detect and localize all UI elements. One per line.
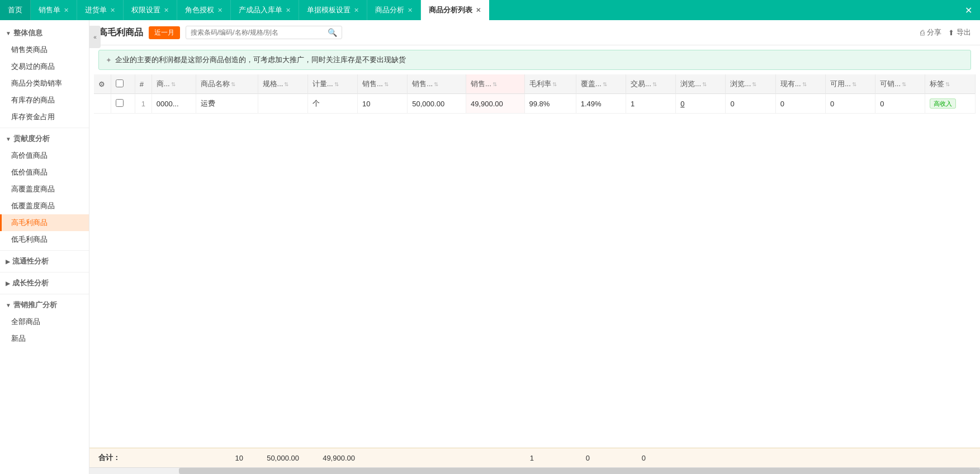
sidebar-group-overall[interactable]: ▼ 整体信息 [0, 25, 89, 41]
sort-icon: ⇅ [334, 81, 339, 87]
sidebar-group-circulation[interactable]: ▶ 流通性分析 [0, 253, 89, 270]
close-icon[interactable]: ✕ [354, 7, 359, 14]
sidebar-item-high-value[interactable]: 高价值商品 [0, 147, 89, 164]
hint-bar: ✦ 企业的主要的利润都是这部分商品创造的，可考虑加大推广，同时关注库存是不要出现… [98, 50, 971, 70]
col-name[interactable]: 商品名称⇅ [196, 74, 258, 94]
sidebar-item-traded-goods[interactable]: 交易过的商品 [0, 58, 89, 75]
sort-icon: ⇅ [552, 81, 557, 87]
row-coverage: 1.49% [576, 94, 626, 114]
col-code[interactable]: 商...⇅ [152, 74, 196, 94]
sort-icon: ⇅ [802, 81, 807, 87]
sidebar-item-stocked-goods[interactable]: 有库存的商品 [0, 92, 89, 109]
col-num: # [135, 74, 152, 94]
sort-icon: ⇅ [434, 81, 438, 87]
page-title: 高毛利商品 [98, 27, 143, 39]
footer-available: 0 [601, 454, 646, 462]
header-actions: ⎙ 分享 ⬆ 导出 [920, 27, 971, 37]
col-available[interactable]: 可用...⇅ [825, 74, 875, 94]
col-transaction[interactable]: 交易...⇅ [626, 74, 676, 94]
sidebar-toggle-button[interactable]: « [89, 26, 101, 48]
tab-role[interactable]: 角色授权 ✕ [177, 0, 231, 20]
sort-icon: ⇅ [945, 81, 950, 87]
col-gear[interactable]: ⚙ [94, 74, 111, 94]
col-gross-margin[interactable]: 毛利率⇅ [524, 74, 576, 94]
close-icon[interactable]: ✕ [286, 7, 291, 14]
share-button[interactable]: ⎙ 分享 [920, 27, 941, 37]
search-icon[interactable]: 🔍 [328, 28, 337, 37]
sort-icon: ⇅ [171, 81, 176, 87]
row-check[interactable] [111, 94, 135, 114]
close-icon[interactable]: ✕ [164, 7, 169, 14]
sidebar-item-high-margin[interactable]: 高毛利商品 [0, 214, 89, 231]
sidebar-item-low-value[interactable]: 低价值商品 [0, 164, 89, 181]
col-saleable[interactable]: 可销...⇅ [875, 74, 925, 94]
col-spec[interactable]: 规格...⇅ [258, 74, 307, 94]
export-button[interactable]: ⬆ 导出 [948, 27, 971, 37]
chevron-right-icon: ▶ [6, 280, 10, 287]
row-spec [258, 94, 307, 114]
col-browse2[interactable]: 浏览...⇅ [726, 74, 775, 94]
sidebar: ▼ 整体信息 销售类商品 交易过的商品 商品分类助销率 有库存的商品 库存资金占… [0, 20, 89, 474]
col-current-stock[interactable]: 现有...⇅ [775, 74, 825, 94]
row-num: 1 [135, 94, 152, 114]
row-tag: 高收入 [925, 94, 976, 114]
tab-product-stock[interactable]: 产成品入库单 ✕ [231, 0, 299, 20]
window-close-button[interactable]: ✕ [957, 5, 980, 16]
footer-bar: 合计： 10 50,000.00 49,900.00 1 0 0 [89, 448, 980, 467]
horizontal-scrollbar[interactable] [89, 467, 980, 474]
col-check[interactable] [111, 74, 135, 94]
sort-icon: ⇅ [652, 81, 657, 87]
sidebar-item-low-coverage[interactable]: 低覆盖度商品 [0, 198, 89, 214]
close-icon[interactable]: ✕ [217, 7, 222, 14]
sort-icon: ⇅ [902, 81, 906, 87]
select-all-checkbox[interactable] [116, 79, 124, 87]
scrollbar-thumb[interactable] [179, 468, 980, 474]
chevron-right-icon: ▶ [6, 259, 10, 265]
sidebar-item-high-coverage[interactable]: 高覆盖度商品 [0, 181, 89, 198]
close-icon[interactable]: ✕ [408, 7, 413, 14]
sidebar-item-stock-capital[interactable]: 库存资金占用 [0, 109, 89, 125]
table-row: 1 0000... 运费 个 10 50,000.00 49,900.00 99… [94, 94, 976, 114]
sidebar-group-contribution[interactable]: ▼ 贡献度分析 [0, 130, 89, 147]
col-sales-qty[interactable]: 销售...⇅ [358, 74, 408, 94]
sidebar-group-growth[interactable]: ▶ 成长性分析 [0, 275, 89, 292]
tab-analysis-list[interactable]: 商品分析列表 ✕ [421, 0, 489, 20]
close-icon[interactable]: ✕ [476, 7, 481, 14]
sort-icon: ⇅ [603, 81, 607, 87]
tab-purchase[interactable]: 进货单 ✕ [77, 0, 124, 20]
col-sales-amount[interactable]: 销售...⇅ [408, 74, 466, 94]
row-saleable: 0 [875, 94, 925, 114]
sidebar-item-low-margin[interactable]: 低毛利商品 [0, 231, 89, 248]
share-icon: ⎙ [920, 29, 925, 37]
sort-icon: ⇅ [231, 81, 235, 87]
col-unit[interactable]: 计量...⇅ [307, 74, 357, 94]
close-icon[interactable]: ✕ [64, 7, 69, 14]
sidebar-item-new-goods[interactable]: 新品 [0, 330, 89, 347]
top-nav: 首页 销售单 ✕ 进货单 ✕ 权限设置 ✕ 角色授权 ✕ 产成品入库单 ✕ 单据… [0, 0, 980, 20]
sort-icon: ⇅ [702, 81, 707, 87]
col-browse1[interactable]: 浏览...⇅ [676, 74, 726, 94]
close-icon[interactable]: ✕ [110, 7, 115, 14]
row-name: 运费 [196, 94, 258, 114]
sidebar-group-marketing[interactable]: ▼ 营销推广分析 [0, 297, 89, 313]
row-unit: 个 [307, 94, 357, 114]
row-gross-margin: 99.8% [524, 94, 576, 114]
search-box: 🔍 [186, 26, 342, 39]
tab-home[interactable]: 首页 [0, 0, 31, 20]
tab-template[interactable]: 单据模板设置 ✕ [299, 0, 367, 20]
row-sales-qty: 10 [358, 94, 408, 114]
filter-recent-month-button[interactable]: 近一月 [149, 26, 180, 39]
col-sales-profit[interactable]: 销售...⇅ [466, 74, 524, 94]
tab-permission[interactable]: 权限设置 ✕ [124, 0, 177, 20]
sidebar-item-all-goods[interactable]: 全部商品 [0, 313, 89, 330]
row-browse1[interactable]: 0 [676, 94, 726, 114]
tab-sales[interactable]: 销售单 ✕ [31, 0, 77, 20]
col-tag[interactable]: 标签⇅ [925, 74, 976, 94]
sidebar-item-category-rate[interactable]: 商品分类助销率 [0, 75, 89, 92]
row-available: 0 [825, 94, 875, 114]
tab-analysis[interactable]: 商品分析 ✕ [367, 0, 421, 20]
sidebar-item-sales-goods[interactable]: 销售类商品 [0, 41, 89, 58]
row-browse2: 0 [726, 94, 775, 114]
col-coverage[interactable]: 覆盖...⇅ [576, 74, 626, 94]
search-input[interactable] [191, 29, 328, 36]
